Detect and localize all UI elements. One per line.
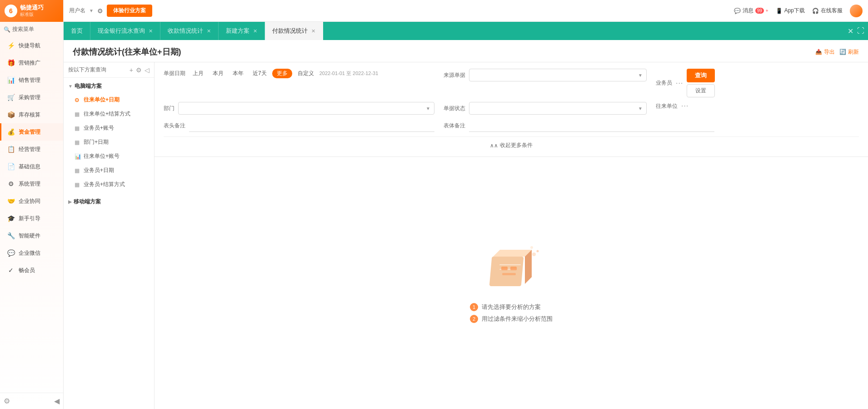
tab-home[interactable]: 首页	[64, 22, 90, 40]
scheme-item-staff-settle[interactable]: ▦ 业务员+结算方式	[64, 177, 154, 192]
query-button[interactable]: 查询	[687, 69, 715, 82]
sidebar-item-marketing[interactable]: 🎁 营销推广	[0, 54, 63, 71]
tab-new[interactable]: 新建方案 ✕	[219, 22, 265, 40]
shortcut-icon: ⚡	[7, 41, 15, 50]
unit-settle-icon: ▦	[75, 111, 81, 117]
doc-status-select[interactable]: ▼	[469, 102, 647, 115]
sidebar-item-inventory[interactable]: 📦 库存核算	[0, 106, 63, 123]
scheme-item-staff-account[interactable]: ▦ 业务员+账号	[64, 121, 154, 135]
app-download-action[interactable]: 📱 App下载	[776, 7, 805, 15]
basic-icon: 📄	[7, 162, 15, 171]
panel-collapse-btn[interactable]: ◁	[145, 66, 150, 74]
messages-label: 消息	[743, 7, 753, 15]
date-btn-this-year[interactable]: 本年	[229, 69, 247, 78]
date-btn-more[interactable]: 更多	[272, 69, 292, 78]
collapse-up-icon: ∧∧	[490, 142, 498, 149]
tabbar-end: ✕ ⛶	[844, 22, 868, 40]
date-btn-this-month[interactable]: 本月	[209, 69, 227, 78]
brand-info: 畅捷通巧 标准版	[20, 4, 44, 18]
refresh-button[interactable]: 🔄 刷新	[839, 48, 859, 56]
collapse-sidebar-icon[interactable]: ◀	[54, 397, 60, 405]
sidebar-item-hardware[interactable]: 🔧 智能硬件	[0, 227, 63, 244]
search-menu[interactable]: 🔍 搜索菜单	[0, 22, 63, 37]
unit-date-icon: ⊙	[75, 97, 81, 103]
online-service-action[interactable]: 🎧 在线客服	[812, 7, 843, 15]
home-label: 首页	[71, 27, 83, 35]
tab-close-all-icon[interactable]: ✕	[848, 27, 853, 35]
panel-settings-btn[interactable]: ⚙	[136, 66, 142, 74]
user-avatar[interactable]	[850, 5, 863, 17]
messages-action[interactable]: 💬 消息 99 +	[734, 7, 768, 15]
scheme-item-label: 往来单位+日期	[84, 96, 120, 104]
scheme-item-unit-date[interactable]: ⊙ 往来单位+日期	[64, 93, 154, 107]
date-btn-custom[interactable]: 自定义	[294, 69, 318, 78]
sidebar-item-basic[interactable]: 📄 基础信息	[0, 158, 63, 175]
panel-add-btn[interactable]: +	[130, 66, 133, 74]
sidebar-item-sales[interactable]: 📊 销售管理	[0, 71, 63, 89]
sidebar-item-member[interactable]: ✓ 畅会员	[0, 262, 63, 279]
sidebar-item-enterprise[interactable]: 🤝 企业协同	[0, 192, 63, 210]
refresh-icon: 🔄	[839, 49, 846, 55]
filter-area: 单据日期 上月 本月 本年 近7天 更多 自定义 2022-01-01 至 20…	[155, 62, 868, 157]
scheme-item-unit-settle[interactable]: ▦ 往来单位+结算方式	[64, 107, 154, 121]
unit-label: 往来单位	[656, 102, 678, 110]
scheme-item-label: 业务员+账号	[84, 124, 114, 132]
sidebar-item-wechat[interactable]: 💬 企业微信	[0, 244, 63, 262]
scheme-item-staff-date[interactable]: ▦ 业务员+日期	[64, 163, 154, 177]
sidebar-item-shortcut[interactable]: ⚡ 快捷导航	[0, 37, 63, 54]
new-label: 新建方案	[226, 27, 249, 35]
collapse-row: ∧∧ 收起更多条件	[164, 136, 859, 152]
tip-1-text: 请先选择要分析的方案	[482, 303, 541, 311]
nav-label: 基础信息	[19, 163, 40, 171]
experience-btn[interactable]: 体验行业方案	[107, 5, 152, 17]
collapse-btn[interactable]: ∧∧ 收起更多条件	[490, 139, 533, 152]
tab-bank[interactable]: 现金银行流水查询 ✕	[90, 22, 160, 40]
payment-tab-close[interactable]: ✕	[311, 28, 315, 34]
bank-tab-close[interactable]: ✕	[149, 28, 153, 34]
set-button[interactable]: 设置	[687, 84, 715, 97]
service-icon: 🎧	[812, 8, 819, 14]
date-btn-last-month[interactable]: 上月	[189, 69, 207, 78]
desktop-group-header[interactable]: ▼ 电脑端方案	[64, 80, 154, 93]
svg-rect-5	[501, 267, 508, 270]
filter-row-2: 部门 ▼ 单据状态 ▼	[164, 102, 859, 115]
nav-label: 企业协同	[19, 197, 40, 205]
export-button[interactable]: 📤 导出	[815, 48, 835, 56]
nav-label: 采购管理	[19, 94, 40, 101]
filter-unit-item: 往来单位 ···	[656, 102, 859, 110]
tab-income[interactable]: 收款情况统计 ✕	[160, 22, 219, 40]
panel-toolbar: 按以下方案查询 + ⚙ ◁	[64, 62, 154, 78]
new-tab-close[interactable]: ✕	[253, 28, 257, 34]
date-btn-last7[interactable]: 近7天	[249, 69, 270, 78]
export-icon: 📤	[815, 49, 822, 55]
source-select[interactable]: ▼	[469, 69, 647, 81]
empty-tips: 1 请先选择要分析的方案 2 用过滤条件来缩小分析范围	[470, 303, 553, 323]
sidebar-header: 6 畅捷通巧 标准版	[0, 0, 63, 22]
staff-dots[interactable]: ···	[676, 79, 683, 87]
sidebar: 6 畅捷通巧 标准版 🔍 搜索菜单 ⚡ 快捷导航 🎁 营销推广 📊 销售管理 🛒…	[0, 0, 64, 409]
topbar-gear-icon[interactable]: ⚙	[97, 7, 103, 15]
tab-payment[interactable]: 付款情况统计 ✕	[265, 22, 323, 40]
mobile-group-header[interactable]: ▶ 移动端方案	[64, 195, 154, 208]
svg-rect-7	[502, 273, 516, 275]
scheme-item-unit-account[interactable]: 📊 往来单位+账号	[64, 149, 154, 163]
user-dropdown-arrow[interactable]: ▼	[89, 8, 94, 13]
scheme-item-dept-date[interactable]: ▦ 部门+日期	[64, 135, 154, 149]
header-note-input[interactable]	[189, 119, 434, 132]
sidebar-item-purchase[interactable]: 🛒 采购管理	[0, 89, 63, 106]
unit-dots[interactable]: ···	[681, 102, 688, 110]
body-note-input[interactable]	[469, 119, 714, 132]
sidebar-item-finance[interactable]: 💰 资金管理	[0, 123, 63, 141]
staff-account-icon: ▦	[75, 125, 81, 131]
scheme-item-label: 往来单位+结算方式	[84, 110, 130, 118]
sidebar-item-operation[interactable]: 📋 经营管理	[0, 141, 63, 158]
tab-fullscreen-icon[interactable]: ⛶	[857, 27, 864, 35]
settings-footer-icon[interactable]: ⚙	[4, 397, 10, 405]
desktop-arrow-icon: ▼	[68, 84, 73, 89]
dept-select[interactable]: ▼	[178, 102, 434, 115]
collapse-label: 收起更多条件	[500, 141, 533, 149]
sidebar-item-system[interactable]: ⚙ 系统管理	[0, 175, 63, 192]
income-tab-close[interactable]: ✕	[207, 28, 211, 34]
sidebar-item-guide[interactable]: 🎓 新手引导	[0, 210, 63, 227]
svg-point-9	[537, 250, 539, 252]
